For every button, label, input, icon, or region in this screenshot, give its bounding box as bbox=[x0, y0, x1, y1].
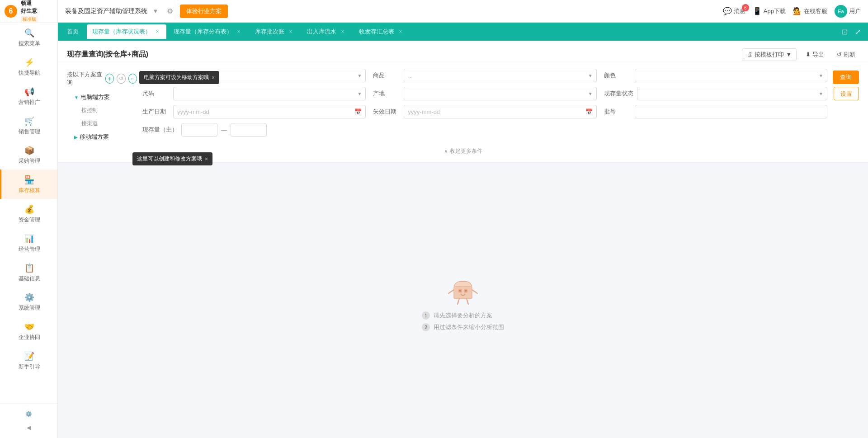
export-btn[interactable]: ⬇ 导出 bbox=[802, 49, 828, 61]
experience-btn[interactable]: 体验行业方案 bbox=[180, 5, 228, 18]
system-icon: ⚙️ bbox=[24, 292, 34, 302]
tab-inventory-dist[interactable]: 现存量（库存分布表） × bbox=[168, 24, 248, 39]
sidebar-item-quick-nav[interactable]: ⚡ 快捷导航 bbox=[0, 52, 57, 81]
origin-select[interactable]: ▼ bbox=[404, 87, 596, 100]
goods-label: 商品 bbox=[373, 71, 400, 80]
goods-select[interactable]: ... ▼ bbox=[404, 69, 596, 82]
mobile-scheme-item[interactable]: ▶ 移动端方案 bbox=[74, 130, 137, 144]
tooltip-close-btn[interactable]: × bbox=[212, 75, 215, 81]
sidebar-settings[interactable]: ⚙️ bbox=[0, 407, 57, 421]
tab-maximize-icon[interactable]: ⊡ bbox=[840, 26, 849, 38]
origin-arrow-icon: ▼ bbox=[588, 91, 593, 96]
sidebar-item-enterprise[interactable]: 🤝 企业协同 bbox=[0, 316, 57, 346]
print-label: 按模板打印 bbox=[755, 51, 784, 59]
header-settings-icon[interactable]: ⚙ bbox=[164, 5, 176, 18]
main-content: 装备及固定资产辅助管理系统 ▼ ⚙ 体验行业方案 💬 消息 6 📱 App下载 … bbox=[58, 0, 868, 438]
origin-label: 产地 bbox=[373, 89, 400, 98]
desktop-scheme-item[interactable]: ▼ 电脑端方案 bbox=[74, 90, 137, 104]
online-service-action[interactable]: 💁 在线客服 bbox=[793, 7, 827, 15]
sidebar-item-inventory[interactable]: 🏪 库存核算 bbox=[0, 170, 57, 199]
sidebar-item-finance[interactable]: 💰 资金管理 bbox=[0, 199, 57, 228]
user-action[interactable]: Ea 用户 bbox=[835, 5, 861, 18]
stock-qty-separator: — bbox=[221, 127, 227, 133]
tab-close-icon[interactable]: × bbox=[235, 28, 242, 35]
add-scheme-btn[interactable]: + bbox=[105, 74, 114, 84]
stock-qty-min-input[interactable] bbox=[181, 123, 217, 137]
batch-input[interactable] bbox=[635, 105, 827, 118]
app-download-action[interactable]: 📱 App下载 bbox=[753, 7, 786, 15]
sidebar-item-guide[interactable]: 📝 新手引导 bbox=[0, 346, 57, 375]
tab-close-icon[interactable]: × bbox=[287, 28, 294, 35]
production-date-label: 生产日期 bbox=[142, 108, 170, 116]
tab-batch-account[interactable]: 库存批次账 × bbox=[250, 24, 300, 39]
enterprise-icon: 🤝 bbox=[24, 322, 34, 332]
sidebar-item-label: 营销推广 bbox=[19, 99, 40, 106]
production-date-placeholder: yyyy-mm-dd bbox=[177, 108, 209, 115]
scheme-child-2[interactable]: 接渠道 bbox=[81, 117, 137, 130]
color-select[interactable]: ▼ bbox=[635, 69, 827, 82]
empty-state: 1 请先选择要分析的方案 2 用过滤条件来缩小分析范围 bbox=[58, 163, 868, 438]
filter-header: 按以下方案查询 + ↺ ← bbox=[67, 71, 137, 87]
logo-icon: 6 bbox=[4, 4, 18, 19]
message-action[interactable]: 💬 消息 6 bbox=[723, 7, 745, 15]
reset-scheme-btn[interactable]: ↺ bbox=[117, 74, 125, 84]
print-dropdown-icon: ▼ bbox=[786, 51, 792, 58]
production-date-input[interactable]: yyyy-mm-dd 📅 bbox=[173, 105, 366, 118]
scheme-child-1[interactable]: 按控制 bbox=[81, 104, 137, 117]
message-badge: 6 bbox=[742, 4, 749, 11]
sidebar-item-operations[interactable]: 📊 经营管理 bbox=[0, 228, 57, 258]
sidebar-logo: 6 畅通 好生意 标准版 bbox=[0, 0, 57, 23]
guide-icon: 📝 bbox=[24, 351, 34, 361]
sidebar-collapse[interactable]: ◀ bbox=[0, 421, 57, 434]
search-btn[interactable]: 查询 bbox=[833, 71, 859, 84]
filter-label: 按以下方案查询 bbox=[67, 71, 103, 87]
goods-filter: 商品 ... ▼ bbox=[373, 69, 596, 82]
page-content: 现存量查询(按仓库+商品) 🖨 按模板打印 ▼ ⬇ 导出 ↺ 刷新 bbox=[58, 41, 868, 438]
logo-text: 畅通 好生意 bbox=[21, 0, 38, 15]
tab-close-icon[interactable]: × bbox=[339, 28, 346, 35]
tip-num-1: 1 bbox=[422, 311, 430, 320]
logo-sub: 标准版 bbox=[21, 16, 38, 23]
stock-status-select[interactable]: ▼ bbox=[637, 87, 827, 100]
system-dropdown-btn[interactable]: ▼ bbox=[151, 7, 160, 16]
scheme-arrow-btn[interactable]: ← bbox=[128, 74, 137, 84]
print-icon: 🖨 bbox=[747, 51, 753, 58]
scheme-tooltip-1: 电脑方案可设为移动方案哦 × bbox=[139, 71, 219, 84]
tab-close-icon[interactable]: × bbox=[154, 28, 161, 35]
stock-status-arrow-icon: ▼ bbox=[819, 91, 823, 96]
batch-label: 批号 bbox=[604, 108, 631, 116]
sidebar-item-search[interactable]: 🔍 搜索菜单 bbox=[0, 23, 57, 52]
sidebar-bottom: ⚙️ ◀ bbox=[0, 403, 57, 438]
stock-qty-max-input[interactable] bbox=[231, 123, 267, 137]
svg-line-10 bbox=[467, 299, 468, 304]
expiry-date-input[interactable]: yyyy-mm-dd 📅 bbox=[404, 105, 596, 118]
search-icon: 🔍 bbox=[24, 28, 34, 38]
tooltip-close-btn-2[interactable]: × bbox=[205, 156, 208, 162]
tab-inventory-status[interactable]: 现存量（库存状况表） × bbox=[87, 24, 166, 39]
scheme-tooltip-text: 电脑方案可设为移动方案哦 bbox=[144, 74, 209, 81]
sidebar-item-system[interactable]: ⚙️ 系统管理 bbox=[0, 287, 57, 316]
tab-receive-summary[interactable]: 收发存汇总表 × bbox=[354, 24, 410, 39]
tab-close-icon[interactable]: × bbox=[397, 28, 404, 35]
refresh-label: 刷新 bbox=[844, 51, 855, 59]
print-btn[interactable]: 🖨 按模板打印 ▼ bbox=[742, 48, 797, 61]
sidebar-item-basic-info[interactable]: 📋 基础信息 bbox=[0, 258, 57, 287]
tab-fullscreen-icon[interactable]: ⤢ bbox=[853, 26, 863, 38]
svg-text:6: 6 bbox=[9, 7, 13, 15]
refresh-btn[interactable]: ↺ 刷新 bbox=[833, 49, 859, 61]
sidebar-item-purchase[interactable]: 📦 采购管理 bbox=[0, 140, 57, 170]
empty-tips: 1 请先选择要分析的方案 2 用过滤条件来缩小分析范围 bbox=[422, 311, 504, 331]
size-filter: 尺码 ▼ bbox=[142, 87, 366, 100]
calendar-icon-2: 📅 bbox=[585, 108, 593, 115]
tab-home[interactable]: 首页 bbox=[60, 24, 86, 39]
tree-arrow-icon: ▶ bbox=[74, 135, 78, 140]
size-select[interactable]: ▼ bbox=[173, 87, 366, 100]
sidebar-item-marketing[interactable]: 📢 营销推广 bbox=[0, 81, 57, 111]
online-service-label: 在线客服 bbox=[804, 7, 827, 15]
reset-btn[interactable]: 设置 bbox=[834, 87, 859, 100]
tab-inout-flow[interactable]: 出入库流水 × bbox=[302, 24, 352, 39]
tab-bar: 首页 现存量（库存状况表） × 现存量（库存分布表） × 库存批次账 × 出入库… bbox=[58, 23, 868, 41]
sidebar-item-sales[interactable]: 🛒 销售管理 bbox=[0, 111, 57, 140]
app-download-label: App下载 bbox=[764, 7, 786, 15]
svg-point-6 bbox=[465, 290, 467, 291]
